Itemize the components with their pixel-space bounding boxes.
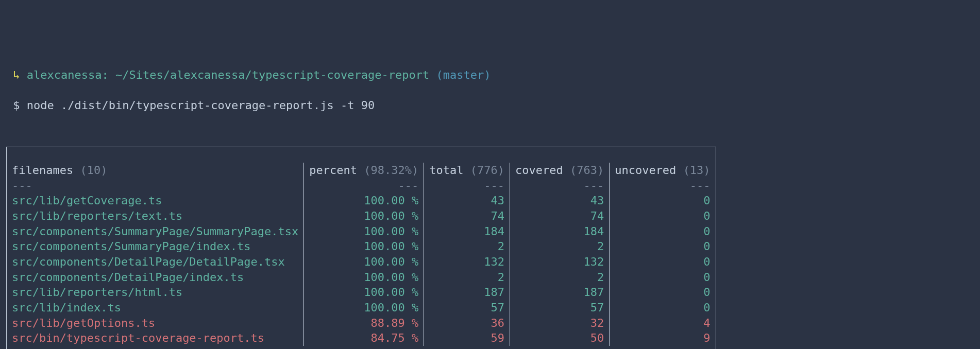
prompt-arrow-icon: ↳: [13, 68, 20, 81]
cell-total: 59: [424, 330, 510, 346]
cell-total: 2: [424, 270, 510, 285]
cell-covered: 50: [510, 330, 609, 346]
header-label: covered: [515, 164, 563, 177]
prompt-branch: (master): [436, 68, 491, 81]
cell-uncovered: 4: [610, 316, 716, 331]
header-summary: (13): [683, 164, 711, 177]
cell-uncovered: 0: [610, 224, 716, 239]
cell-filename: src/lib/getCoverage.ts: [7, 193, 304, 208]
cell-uncovered: 0: [610, 285, 716, 300]
table-row: src/bin/typescript-coverage-report.ts84.…: [7, 330, 716, 346]
cell-percent: 100.00 %: [304, 270, 424, 285]
cell-percent: 100.00 %: [304, 208, 424, 224]
cell-filename: src/bin/typescript-coverage-report.ts: [7, 330, 304, 346]
cell-total: 36: [424, 316, 510, 331]
cell-uncovered: 0: [610, 208, 716, 224]
cell-filename: src/components/DetailPage/DetailPage.tsx: [7, 254, 304, 270]
table-header-row: filenames (10) --- percent (98.32%) --- …: [7, 163, 716, 193]
cell-total: 2: [424, 239, 510, 254]
header-percent: percent (98.32%) ---: [304, 163, 424, 193]
dashes: ---: [12, 179, 32, 192]
cell-total: 57: [424, 300, 510, 316]
header-summary: (98.32%): [364, 164, 418, 177]
header-label: percent: [309, 164, 357, 177]
header-covered: covered (763) ---: [510, 163, 609, 193]
cell-covered: 2: [510, 239, 609, 254]
cell-percent: 88.89 %: [304, 316, 424, 331]
cell-uncovered: 0: [610, 239, 716, 254]
table-row: src/lib/getOptions.ts88.89 %36324: [7, 316, 716, 331]
header-summary: (10): [80, 164, 107, 177]
cell-percent: 100.00 %: [304, 224, 424, 239]
cell-uncovered: 0: [610, 300, 716, 316]
cell-percent: 84.75 %: [304, 330, 424, 346]
cell-covered: 74: [510, 208, 609, 224]
header-uncovered: uncovered (13) ---: [610, 163, 716, 193]
table-row: src/components/SummaryPage/index.ts100.0…: [7, 239, 716, 254]
dashes: ---: [484, 179, 504, 192]
cell-covered: 132: [510, 254, 609, 270]
dashes: ---: [398, 179, 418, 192]
cell-total: 74: [424, 208, 510, 224]
cell-uncovered: 9: [610, 330, 716, 346]
table-row: src/components/SummaryPage/SummaryPage.t…: [7, 224, 716, 239]
header-label: filenames: [12, 164, 73, 177]
dashes: ---: [583, 179, 604, 192]
cell-uncovered: 0: [610, 270, 716, 285]
cell-covered: 57: [510, 300, 609, 316]
cell-uncovered: 0: [610, 254, 716, 270]
header-total: total (776) ---: [424, 163, 510, 193]
cell-total: 43: [424, 193, 510, 208]
cell-percent: 100.00 %: [304, 254, 424, 270]
dashes: ---: [690, 179, 711, 192]
header-summary: (776): [470, 164, 504, 177]
cell-covered: 32: [510, 316, 609, 331]
cell-filename: src/lib/index.ts: [7, 300, 304, 316]
cell-total: 187: [424, 285, 510, 300]
table-row: src/lib/getCoverage.ts100.00 %43430: [7, 193, 716, 208]
command-text: node ./dist/bin/typescript-coverage-repo…: [27, 99, 375, 112]
cell-covered: 2: [510, 270, 609, 285]
table-row: src/lib/index.ts100.00 %57570: [7, 300, 716, 316]
table-row: src/components/DetailPage/DetailPage.tsx…: [7, 254, 716, 270]
prompt-symbol: $: [13, 99, 20, 112]
header-summary: (763): [570, 164, 604, 177]
prompt-line-1: ↳ alexcanessa: ~/Sites/alexcanessa/types…: [6, 67, 974, 83]
cell-uncovered: 0: [610, 193, 716, 208]
cell-filename: src/components/SummaryPage/SummaryPage.t…: [7, 224, 304, 239]
cell-covered: 43: [510, 193, 609, 208]
cell-filename: src/lib/getOptions.ts: [7, 316, 304, 331]
cell-filename: src/components/DetailPage/index.ts: [7, 270, 304, 285]
cell-total: 132: [424, 254, 510, 270]
header-label: uncovered: [615, 164, 676, 177]
cell-total: 184: [424, 224, 510, 239]
table-row: src/lib/reporters/text.ts100.00 %74740: [7, 208, 716, 224]
cell-covered: 187: [510, 285, 609, 300]
cell-percent: 100.00 %: [304, 300, 424, 316]
cell-filename: src/lib/reporters/text.ts: [7, 208, 304, 224]
cell-percent: 100.00 %: [304, 285, 424, 300]
header-filenames: filenames (10) ---: [7, 163, 304, 193]
coverage-table: filenames (10) --- percent (98.32%) --- …: [6, 147, 716, 349]
cell-filename: src/components/SummaryPage/index.ts: [7, 239, 304, 254]
cell-covered: 184: [510, 224, 609, 239]
cell-percent: 100.00 %: [304, 239, 424, 254]
header-label: total: [429, 164, 463, 177]
prompt-user-path: alexcanessa: ~/Sites/alexcanessa/typescr…: [27, 68, 429, 81]
table-row: src/lib/reporters/html.ts100.00 %1871870: [7, 285, 716, 300]
cell-filename: src/lib/reporters/html.ts: [7, 285, 304, 300]
table-row: src/components/DetailPage/index.ts100.00…: [7, 270, 716, 285]
prompt-line-2[interactable]: $ node ./dist/bin/typescript-coverage-re…: [6, 98, 974, 113]
cell-percent: 100.00 %: [304, 193, 424, 208]
